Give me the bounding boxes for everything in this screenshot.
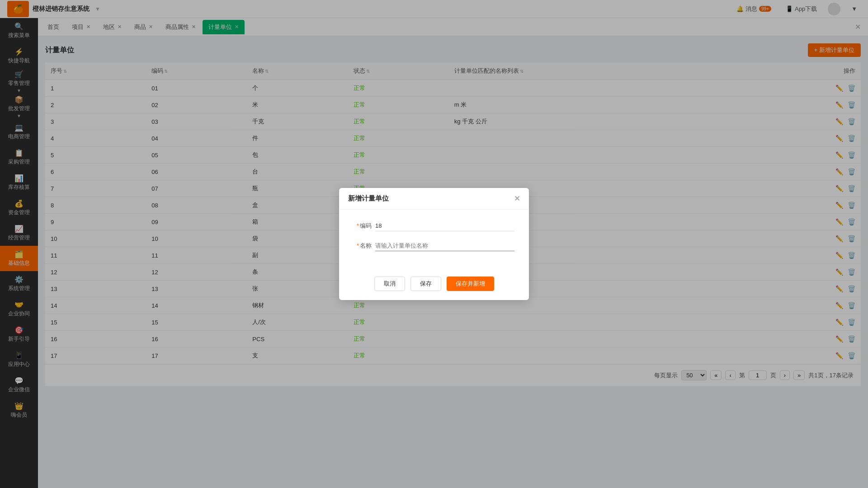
save-and-new-button[interactable]: 保存并新增 <box>447 277 494 291</box>
code-label: *编码 <box>354 222 372 230</box>
name-input[interactable] <box>375 240 514 251</box>
modal-close-button[interactable]: ✕ <box>514 195 520 202</box>
form-row-code: *编码 <box>354 221 514 231</box>
code-input[interactable] <box>375 221 514 231</box>
modal-body: *编码 *名称 <box>339 210 529 271</box>
modal-header: 新增计量单位 ✕ <box>339 188 529 210</box>
modal-overlay[interactable]: 新增计量单位 ✕ *编码 *名称 取消 保存 保存并新增 <box>0 0 868 488</box>
form-row-name: *名称 <box>354 240 514 251</box>
save-button[interactable]: 保存 <box>410 277 441 291</box>
add-unit-modal: 新增计量单位 ✕ *编码 *名称 取消 保存 保存并新增 <box>339 188 529 300</box>
name-label: *名称 <box>354 242 372 250</box>
code-required: * <box>357 222 359 229</box>
cancel-button[interactable]: 取消 <box>374 277 405 291</box>
modal-footer: 取消 保存 保存并新增 <box>339 271 529 300</box>
name-required: * <box>357 242 359 249</box>
modal-title: 新增计量单位 <box>348 194 389 203</box>
